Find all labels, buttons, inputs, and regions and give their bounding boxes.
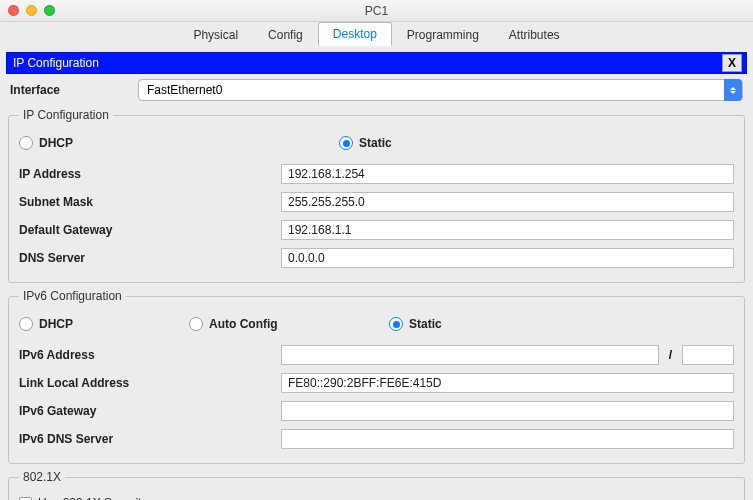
dns-server-input[interactable] (281, 248, 734, 268)
window-title: PC1 (0, 4, 753, 18)
prefix-separator: / (663, 348, 678, 362)
ipv6-auto-label: Auto Config (209, 317, 278, 331)
ipv6-address-label: IPv6 Address (19, 348, 277, 362)
panel-close-button[interactable]: X (722, 54, 742, 72)
default-gateway-label: Default Gateway (19, 223, 277, 237)
window-titlebar: PC1 (0, 0, 753, 22)
ipv6-legend: IPv6 Configuration (19, 289, 126, 303)
dot1x-legend: 802.1X (19, 470, 65, 484)
dot1x-group: 802.1X Use 802.1X Security (8, 470, 745, 500)
main-tabbar: Physical Config Desktop Programming Attr… (0, 22, 753, 46)
tab-physical[interactable]: Physical (178, 23, 253, 46)
radio-icon (339, 136, 353, 150)
ipv6-address-input[interactable] (281, 345, 659, 365)
ipv4-dhcp-label: DHCP (39, 136, 73, 150)
tab-config[interactable]: Config (253, 23, 318, 46)
ipv6-dhcp-radio[interactable]: DHCP (19, 317, 139, 331)
ipv4-group: IP Configuration DHCP Static IP Address … (8, 108, 745, 283)
ipv6-static-label: Static (409, 317, 442, 331)
subnet-mask-label: Subnet Mask (19, 195, 277, 209)
interface-label: Interface (10, 83, 128, 97)
ipv6-prefix-input[interactable] (682, 345, 734, 365)
panel-title: IP Configuration (13, 56, 99, 70)
ipv6-static-radio[interactable]: Static (389, 317, 529, 331)
link-local-label: Link Local Address (19, 376, 277, 390)
default-gateway-input[interactable] (281, 220, 734, 240)
interface-select[interactable]: FastEthernet0 (138, 79, 743, 101)
ip-address-input[interactable] (281, 164, 734, 184)
radio-icon (19, 136, 33, 150)
radio-icon (189, 317, 203, 331)
radio-icon (19, 317, 33, 331)
ipv4-static-label: Static (359, 136, 392, 150)
updown-arrows-icon (724, 79, 742, 101)
use-8021x-label: Use 802.1X Security (38, 496, 147, 500)
interface-value: FastEthernet0 (147, 83, 222, 97)
ipv4-dhcp-radio[interactable]: DHCP (19, 136, 159, 150)
panel-header: IP Configuration X (6, 52, 747, 74)
link-local-input[interactable] (281, 373, 734, 393)
radio-icon (389, 317, 403, 331)
ipv6-gateway-label: IPv6 Gateway (19, 404, 277, 418)
ipv6-dns-label: IPv6 DNS Server (19, 432, 277, 446)
ipv6-auto-radio[interactable]: Auto Config (189, 317, 329, 331)
dns-server-label: DNS Server (19, 251, 277, 265)
ipv6-group: IPv6 Configuration DHCP Auto Config Stat… (8, 289, 745, 464)
subnet-mask-input[interactable] (281, 192, 734, 212)
tab-attributes[interactable]: Attributes (494, 23, 575, 46)
ipv4-static-radio[interactable]: Static (339, 136, 479, 150)
tab-desktop[interactable]: Desktop (318, 22, 392, 46)
ip-address-label: IP Address (19, 167, 277, 181)
ipv6-dhcp-label: DHCP (39, 317, 73, 331)
ipv6-dns-input[interactable] (281, 429, 734, 449)
tab-programming[interactable]: Programming (392, 23, 494, 46)
ipv6-gateway-input[interactable] (281, 401, 734, 421)
ipv4-legend: IP Configuration (19, 108, 113, 122)
use-8021x-checkbox[interactable] (19, 497, 32, 501)
